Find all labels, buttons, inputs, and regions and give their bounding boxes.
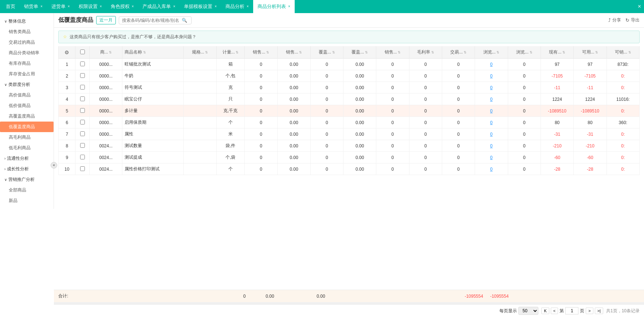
cell-browse1[interactable]: 0 bbox=[475, 140, 508, 152]
search-icon[interactable]: 🔍 bbox=[182, 18, 187, 23]
nav-tab-goods-analysis-close[interactable]: × bbox=[247, 0, 249, 13]
row-checkbox[interactable] bbox=[80, 73, 85, 78]
th-spec[interactable]: 规格... bbox=[184, 46, 216, 59]
nav-tab-template-close[interactable]: × bbox=[215, 0, 217, 13]
nav-tab-purchase[interactable]: 进货单 × bbox=[47, 0, 74, 13]
sidebar-group-cluster[interactable]: ∨ 类群度分析 bbox=[0, 79, 54, 90]
cell-check[interactable] bbox=[75, 59, 90, 70]
sidebar-item-low-value[interactable]: 低价值商品 bbox=[0, 100, 54, 111]
nav-tab-product-entry[interactable]: 产成品入库单 × bbox=[138, 0, 180, 13]
sidebar-item-new-goods[interactable]: 新品 bbox=[0, 195, 54, 206]
cell-check[interactable] bbox=[75, 152, 90, 163]
time-filter-button[interactable]: 近一月 bbox=[96, 16, 116, 24]
cell-browse1[interactable]: 0 bbox=[475, 105, 508, 117]
nav-tab-template[interactable]: 单据模板设置 × bbox=[180, 0, 221, 13]
close-all-tabs-icon[interactable]: × bbox=[638, 0, 641, 13]
nav-tab-goods-analysis-list-close[interactable]: × bbox=[288, 0, 290, 13]
nav-tab-home[interactable]: 首页 bbox=[1, 0, 20, 13]
cell-check[interactable] bbox=[75, 82, 90, 94]
cell-browse1[interactable]: 0 bbox=[475, 59, 508, 70]
row-checkbox[interactable] bbox=[80, 131, 85, 136]
row-checkbox[interactable] bbox=[80, 166, 85, 171]
row-checkbox[interactable] bbox=[80, 108, 85, 113]
share-button[interactable]: ⤴ 分享 bbox=[608, 17, 621, 23]
last-page-button[interactable]: >| bbox=[595, 308, 603, 314]
nav-tab-role[interactable]: 角色授权 × bbox=[106, 0, 138, 13]
nav-tab-sales[interactable]: 销货单 × bbox=[20, 0, 47, 13]
th-sellable[interactable]: 可销... bbox=[606, 46, 639, 59]
cell-check[interactable] bbox=[75, 128, 90, 140]
cell-check[interactable] bbox=[75, 163, 90, 175]
th-name[interactable]: 商品名称 bbox=[122, 46, 184, 59]
sidebar-group-marketing[interactable]: ∨ 营销推广分析 bbox=[0, 174, 54, 185]
row-checkbox[interactable] bbox=[80, 62, 85, 66]
sidebar-item-low-coverage[interactable]: 低覆盖度商品 bbox=[0, 122, 54, 132]
nav-tab-goods-analysis-list[interactable]: 商品分析列表 × bbox=[253, 0, 295, 13]
th-available[interactable]: 可用... bbox=[574, 46, 606, 59]
cell-browse1[interactable]: 0 bbox=[475, 70, 508, 82]
th-sales-qty[interactable]: 销售... bbox=[244, 46, 277, 59]
cell-browse1[interactable]: 0 bbox=[475, 152, 508, 163]
sidebar-group-growth[interactable]: › 成长性分析 bbox=[0, 164, 54, 174]
per-page-dropdown[interactable]: 50 100 200 bbox=[518, 307, 538, 315]
settings-icon[interactable]: ⚙ bbox=[64, 49, 69, 55]
cell-check[interactable] bbox=[75, 94, 90, 105]
sidebar-item-stocked-goods[interactable]: 有库存商品 bbox=[0, 58, 54, 69]
sidebar-item-traded-goods[interactable]: 交易过的商品 bbox=[0, 37, 54, 48]
row-checkbox[interactable] bbox=[80, 85, 85, 90]
th-settings[interactable]: ⚙ bbox=[59, 46, 75, 59]
cell-check[interactable] bbox=[75, 105, 90, 117]
th-code[interactable]: 商... bbox=[90, 46, 122, 59]
sidebar-item-sales-goods[interactable]: 销售类商品 bbox=[0, 27, 54, 37]
cell-check[interactable] bbox=[75, 140, 90, 152]
prev-page-button[interactable]: < bbox=[551, 308, 558, 314]
sidebar-item-category-rate[interactable]: 商品分类动销率 bbox=[0, 48, 54, 58]
nav-tab-permission[interactable]: 权限设置 × bbox=[74, 0, 106, 13]
export-button[interactable]: ↻ 导出 bbox=[625, 17, 640, 23]
next-page-button[interactable]: > bbox=[586, 308, 593, 314]
cell-sales-qty: 0 bbox=[244, 59, 277, 70]
th-trade[interactable]: 交易... bbox=[442, 46, 475, 59]
sidebar-collapse-button[interactable]: « bbox=[51, 162, 57, 169]
row-checkbox[interactable] bbox=[80, 155, 85, 159]
th-coverage2[interactable]: 覆盖... bbox=[343, 46, 376, 59]
nav-tab-role-close[interactable]: × bbox=[132, 0, 134, 13]
th-gross-rate[interactable]: 毛利率 bbox=[409, 46, 442, 59]
nav-tab-purchase-close[interactable]: × bbox=[68, 0, 70, 13]
th-coverage1[interactable]: 覆盖... bbox=[310, 46, 343, 59]
nav-tab-goods-analysis[interactable]: 商品分析 × bbox=[221, 0, 253, 13]
sidebar-item-high-margin[interactable]: 高毛利商品 bbox=[0, 132, 54, 143]
th-current[interactable]: 现有... bbox=[541, 46, 573, 59]
sidebar-item-low-margin[interactable]: 低毛利商品 bbox=[0, 143, 54, 153]
cell-check[interactable] bbox=[75, 117, 90, 128]
row-checkbox[interactable] bbox=[80, 96, 85, 101]
row-checkbox[interactable] bbox=[80, 143, 85, 148]
cell-check[interactable] bbox=[75, 70, 90, 82]
cell-browse1[interactable]: 0 bbox=[475, 117, 508, 128]
nav-tab-permission-close[interactable]: × bbox=[100, 0, 102, 13]
table-container[interactable]: ⚙ 商... 商品名称 规格... 计量... 销售... 销售... 覆盖.. bbox=[54, 46, 644, 290]
select-all-checkbox[interactable] bbox=[80, 49, 85, 54]
search-input[interactable] bbox=[122, 18, 180, 23]
cell-browse1[interactable]: 0 bbox=[475, 163, 508, 175]
sidebar-item-high-coverage[interactable]: 高覆盖度商品 bbox=[0, 111, 54, 122]
cell-browse1[interactable]: 0 bbox=[475, 94, 508, 105]
th-sales-cnt[interactable]: 销售... bbox=[376, 46, 409, 59]
nav-tab-sales-close[interactable]: × bbox=[40, 0, 43, 13]
nav-tab-product-entry-close[interactable]: × bbox=[173, 0, 175, 13]
row-checkbox[interactable] bbox=[80, 120, 85, 124]
cell-browse1[interactable]: 0 bbox=[475, 82, 508, 94]
th-unit[interactable]: 计量... bbox=[216, 46, 244, 59]
th-sales-amt[interactable]: 销售... bbox=[278, 46, 310, 59]
sidebar-group-liquidity[interactable]: › 流通性分析 bbox=[0, 153, 54, 164]
cell-browse1[interactable]: 0 bbox=[475, 128, 508, 140]
sidebar-item-high-value[interactable]: 高价值商品 bbox=[0, 90, 54, 100]
sidebar-item-stock-capital[interactable]: 库存资金占用 bbox=[0, 69, 54, 79]
sidebar-group-overview[interactable]: ∨ 整体信息 bbox=[0, 16, 54, 27]
first-page-button[interactable]: K bbox=[541, 308, 549, 314]
page-input[interactable]: 1 bbox=[565, 307, 578, 314]
th-checkbox[interactable] bbox=[75, 46, 90, 59]
th-browse2[interactable]: 浏览... bbox=[508, 46, 541, 59]
sidebar-item-all-goods[interactable]: 全部商品 bbox=[0, 185, 54, 195]
th-browse1[interactable]: 浏览... bbox=[475, 46, 508, 59]
